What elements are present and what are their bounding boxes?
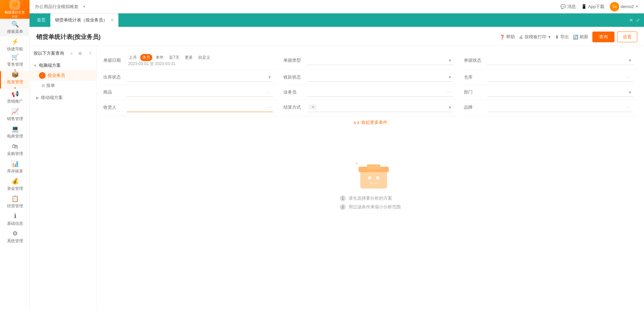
- collapse-scheme-icon[interactable]: 《: [86, 50, 92, 57]
- receiver-control[interactable]: ···: [127, 103, 273, 112]
- help-btn[interactable]: ❓ 帮助: [499, 34, 515, 40]
- sidebar-item-label: 经营管理: [7, 203, 23, 209]
- doc-type-dropdown[interactable]: ▼: [307, 56, 453, 65]
- date-tab-thisyear[interactable]: 本年: [154, 54, 166, 61]
- out-status-dropdown[interactable]: ▼: [127, 73, 273, 82]
- brand-dropdown[interactable]: ···: [487, 103, 633, 112]
- sidebar: 🧡 畅捷通好生意 标版 🔍 搜索菜单 ⚡ 快捷导航 🛒 零售管理 ▼ 📦 批发管…: [0, 0, 30, 310]
- help-label: 帮助: [506, 34, 515, 40]
- basic-info-icon: ℹ: [14, 212, 16, 220]
- date-tab-custom[interactable]: 自定义: [196, 54, 212, 61]
- brand-dots[interactable]: ···: [625, 104, 632, 110]
- scheme-item-order[interactable]: ⊞ 按单: [30, 81, 96, 90]
- tab-close-icon[interactable]: ✕: [111, 18, 114, 22]
- salesperson-control[interactable]: ···: [307, 88, 453, 97]
- template-print-btn[interactable]: 🖨 按模板打印 ▼: [519, 34, 551, 40]
- brand-control[interactable]: ···: [487, 103, 633, 112]
- tab-home[interactable]: 首页: [32, 13, 50, 27]
- product-dots[interactable]: ···: [264, 89, 271, 95]
- refresh-btn[interactable]: 🔄 刷新: [573, 34, 588, 40]
- sidebar-item-label: 营销推广: [7, 99, 23, 104]
- scheme-group-mobile-header[interactable]: ▶ 移动端方案: [30, 93, 96, 102]
- settings-button[interactable]: 设置: [617, 32, 637, 42]
- product-dropdown[interactable]: ···: [127, 88, 273, 97]
- sidebar-item-ecommerce[interactable]: 💻 电商管理: [0, 123, 30, 141]
- out-status-control[interactable]: ▼: [127, 72, 273, 82]
- download-icon: 📱: [581, 4, 587, 9]
- doc-status-control[interactable]: ▼: [487, 56, 633, 65]
- doc-status-arrow: ▼: [628, 58, 632, 62]
- sparkle1: ✦: [355, 161, 359, 166]
- receiver-input[interactable]: [127, 104, 266, 110]
- scheme-group-desktop-header[interactable]: ▼ 电脑端方案: [30, 61, 96, 70]
- sidebar-item-retail[interactable]: 🛒 零售管理 ▼: [0, 54, 30, 71]
- settings-scheme-icon[interactable]: ⚙: [77, 50, 84, 57]
- sidebar-item-label: 基础信息: [7, 221, 23, 226]
- receiver-dots[interactable]: ···: [266, 104, 273, 110]
- collapse-bar[interactable]: ∧∧ 收起更多条件: [103, 116, 637, 128]
- sales-stats-tab-label: 销货单统计表（按业务员）: [55, 17, 107, 23]
- query-button[interactable]: 查询: [592, 32, 614, 42]
- scheme-group-desktop: ▼ 电脑端方案 ✓ 按业务员 ⊞ 按单: [30, 59, 96, 92]
- refresh-icon: 🔄: [573, 35, 578, 40]
- top-nav-left: 办公用品行业模拟账套 ▼: [35, 4, 86, 10]
- right-panel: 单据日期 上月 本月 本年 近7天 更多 自定义 20: [97, 46, 644, 310]
- sidebar-item-label: 资金管理: [7, 186, 23, 192]
- filter-department: 部门 ▼: [464, 85, 637, 100]
- department-dropdown[interactable]: ▼: [487, 88, 633, 97]
- date-tab-7days[interactable]: 近7天: [167, 54, 181, 61]
- settlement-arrow: ▼: [448, 105, 452, 109]
- receipt-status-control[interactable]: ▼: [307, 72, 453, 82]
- app-subname: 标版: [12, 14, 18, 19]
- doc-status-dropdown[interactable]: ▼: [487, 56, 633, 65]
- warehouse-dots[interactable]: ···: [625, 74, 632, 80]
- scheme-item-salesperson[interactable]: ✓ 按业务员: [30, 70, 96, 81]
- username-label: demo2: [621, 4, 634, 9]
- breadcrumb: 办公用品行业模拟账套: [35, 4, 78, 10]
- sidebar-item-sales[interactable]: 📈 销售管理: [0, 106, 30, 123]
- warehouse-control[interactable]: ···: [487, 72, 633, 82]
- hint-text-2: 用过滤条件来缩小分析范围: [348, 204, 401, 210]
- sidebar-item-wholesale[interactable]: 📦 批发管理 ▲: [0, 71, 30, 89]
- export-btn[interactable]: ⬇ 导出: [555, 34, 569, 40]
- sidebar-item-purchase[interactable]: 🛍 采购管理: [0, 141, 30, 158]
- message-btn[interactable]: 💬 消息: [560, 4, 576, 10]
- date-tab-more[interactable]: 更多: [183, 54, 195, 61]
- scheme-sub-icon: ⊞: [42, 83, 45, 88]
- sidebar-item-operations[interactable]: 📋 经营管理: [0, 193, 30, 211]
- warehouse-dropdown[interactable]: ···: [487, 73, 633, 82]
- breadcrumb-dropdown-icon[interactable]: ▼: [83, 5, 86, 8]
- date-tab-thismonth[interactable]: 本月: [140, 54, 152, 61]
- salesperson-dropdown[interactable]: ···: [307, 88, 453, 97]
- sparkle3: ✦: [385, 161, 388, 164]
- sidebar-item-marketing[interactable]: 📢 营销推广: [0, 89, 30, 106]
- tab-close-window-btn[interactable]: ✕: [629, 17, 633, 23]
- add-scheme-icon[interactable]: ＋: [68, 50, 75, 57]
- settlement-tag-close[interactable]: ✕: [312, 105, 315, 109]
- top-nav-right: 💬 消息 📱 App下载 Ea demo2 ▼: [560, 2, 639, 11]
- sidebar-item-basic-info[interactable]: ℹ 基础信息: [0, 211, 30, 228]
- sidebar-item-quicknav[interactable]: ⚡ 快捷导航: [0, 36, 30, 54]
- department-control[interactable]: ▼: [487, 88, 633, 97]
- salesperson-dots[interactable]: ···: [444, 89, 451, 95]
- tab-sales-stats[interactable]: 销货单统计表（按业务员） ✕: [50, 13, 118, 27]
- scheme-sub-label: 按单: [46, 83, 55, 89]
- sidebar-item-system[interactable]: ⚙ 系统管理: [0, 228, 30, 246]
- tab-maximize-btn[interactable]: ⤢: [636, 17, 640, 23]
- settlement-control[interactable]: ✕ ▼: [307, 103, 453, 112]
- sidebar-item-search[interactable]: 🔍 搜索菜单: [0, 19, 30, 36]
- doc-type-control[interactable]: ▼: [307, 56, 453, 65]
- department-arrow: ▼: [628, 90, 632, 94]
- user-menu[interactable]: Ea demo2 ▼: [610, 2, 639, 11]
- settlement-dropdown[interactable]: ✕ ▼: [307, 103, 453, 112]
- app-logo[interactable]: 🧡 畅捷通好生意 标版: [0, 0, 30, 19]
- date-tab-lastmonth[interactable]: 上月: [127, 54, 139, 61]
- product-control[interactable]: ···: [127, 88, 273, 97]
- app-download-btn[interactable]: 📱 App下载: [581, 4, 604, 10]
- mobile-group-expand-icon: ▶: [36, 96, 39, 100]
- sidebar-item-inventory[interactable]: 📊 库存核算: [0, 158, 30, 176]
- sidebar-item-label: 销售管理: [7, 116, 23, 122]
- quicknav-icon: ⚡: [11, 38, 19, 45]
- sidebar-item-finance[interactable]: 💰 资金管理: [0, 176, 30, 193]
- receipt-status-dropdown[interactable]: ▼: [307, 73, 453, 82]
